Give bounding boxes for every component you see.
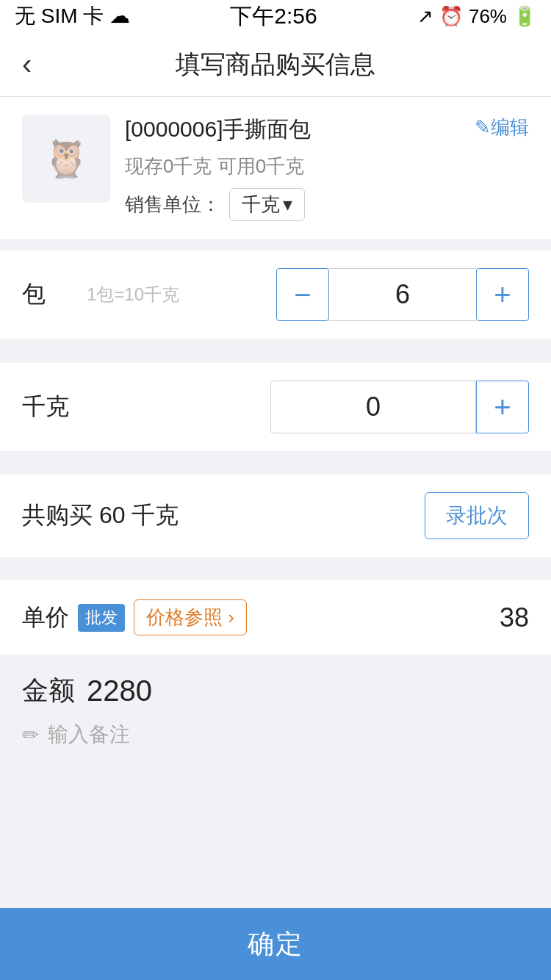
unit-label: 销售单位： [125,192,220,217]
nav-bar: ‹ 填写商品购买信息 [0,32,551,97]
battery-icon: 🔋 [513,5,536,28]
back-button[interactable]: ‹ [22,48,32,81]
bao-quantity-control: − + [276,268,529,321]
price-label: 单价 [22,602,69,634]
remark-row[interactable]: ✏ 输入备注 [22,721,529,749]
bao-decrement-button[interactable]: − [276,268,329,321]
product-stock: 现存0千克 可用0千克 [125,154,529,179]
product-name: [0000006]手撕面包 [125,115,475,145]
price-row: 单价 批发 价格参照 › 38 [0,580,551,655]
location-icon: ↗ [417,5,433,28]
status-left: 无 SIM 卡 ☁ [15,2,130,30]
remark-label: 输入备注 [48,721,130,749]
status-time: 下午2:56 [230,1,317,32]
price-ref-button[interactable]: 价格参照 › [134,599,247,635]
product-unit-row: 销售单位： 千克 ▾ [125,188,529,221]
pencil-icon: ✏ [22,723,39,747]
bao-section: 包 1包=10千克 − + [0,251,551,339]
page-title: 填写商品购买信息 [176,48,375,82]
unit-value: 千克 [242,192,280,217]
unit-select[interactable]: 千克 ▾ [229,188,305,221]
amount-label: 金额 [22,673,75,709]
bao-label: 包 [22,278,81,311]
kg-row: 千克 + [0,363,551,451]
batch-button[interactable]: 录批次 [425,492,529,539]
total-row: 共购买 60 千克 录批次 [0,475,551,557]
bao-increment-button[interactable]: + [476,268,529,321]
price-tag: 批发 [78,604,125,632]
price-value: 38 [500,602,529,633]
battery-text: 76% [469,5,507,28]
amount-row: 金额 2280 [22,673,529,709]
kg-label: 千克 [22,391,81,423]
status-bar: 无 SIM 卡 ☁ 下午2:56 ↗ ⏰ 76% 🔋 [0,0,551,32]
kg-quantity-input[interactable] [270,381,476,433]
product-info: [0000006]手撕面包 ✎编辑 现存0千克 可用0千克 销售单位： 千克 ▾ [125,115,529,221]
bao-quantity-input[interactable] [329,268,476,321]
kg-section: 千克 + [0,363,551,451]
total-text: 共购买 60 千克 [22,500,179,532]
kg-increment-button[interactable]: + [476,381,529,433]
signal-text: 无 SIM 卡 ☁ [15,2,130,30]
status-right: ↗ ⏰ 76% 🔋 [417,5,536,28]
product-logo: 🦉 [43,137,89,180]
kg-quantity-control: + [270,381,529,433]
chevron-down-icon: ▾ [283,193,292,216]
edit-button[interactable]: ✎编辑 [475,115,529,140]
product-image: 🦉 [22,115,110,203]
amount-value: 2280 [87,674,152,707]
bao-row: 包 1包=10千克 − + [0,251,551,339]
product-card: 🦉 [0000006]手撕面包 ✎编辑 现存0千克 可用0千克 销售单位： 千克… [0,97,551,239]
alarm-icon: ⏰ [439,5,463,28]
amount-section: 金额 2280 ✏ 输入备注 [0,655,551,763]
confirm-button[interactable]: 确定 [0,908,551,980]
bao-hint: 1包=10千克 [87,283,276,306]
price-section: 单价 批发 价格参照 › 38 [0,580,551,655]
